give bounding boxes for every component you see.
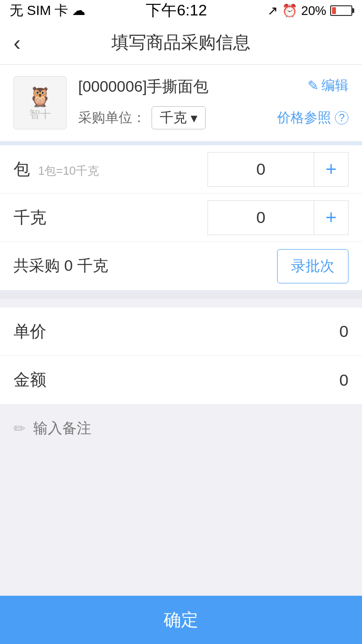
alarm-icon: ⏰ bbox=[282, 3, 297, 18]
product-thumbnail: 🦉 智十 bbox=[14, 76, 67, 129]
bag-label: 包 1包=10千克 bbox=[14, 158, 99, 181]
price-section: 单价 0 金额 0 bbox=[0, 308, 362, 404]
battery-icon bbox=[330, 5, 352, 16]
pencil-icon: ✏ bbox=[14, 420, 26, 437]
price-ref-help-icon: ? bbox=[335, 111, 348, 125]
bag-input-row: 包 1包=10千克 0 + bbox=[0, 145, 362, 194]
product-section-divider bbox=[0, 141, 362, 145]
location-icon: ↗ bbox=[267, 3, 278, 18]
product-name: [0000006]手撕面包 bbox=[78, 76, 209, 98]
bag-quantity-input[interactable]: 0 bbox=[208, 152, 314, 187]
bag-input-right: 0 + bbox=[208, 152, 348, 187]
kg-input-row: 千克 0 + bbox=[0, 194, 362, 242]
page-title: 填写商品采购信息 bbox=[111, 31, 251, 55]
purchase-unit-label: 采购单位： bbox=[78, 109, 146, 127]
confirm-label: 确定 bbox=[164, 608, 198, 632]
unit-price-value: 0 bbox=[339, 322, 348, 341]
status-right: ↗ ⏰ 20% bbox=[267, 3, 352, 18]
back-button[interactable]: ‹ bbox=[14, 31, 21, 55]
bag-plus-button[interactable]: + bbox=[314, 152, 348, 187]
note-section: ✏ bbox=[0, 404, 362, 452]
status-left: 无 SIM 卡 ☁ bbox=[10, 1, 85, 20]
empty-space bbox=[0, 452, 362, 588]
status-time: 下午6:12 bbox=[146, 0, 207, 21]
kg-quantity-input[interactable]: 0 bbox=[208, 200, 314, 235]
kg-plus-button[interactable]: + bbox=[314, 200, 348, 235]
purchase-unit: 采购单位： 千克 ▾ bbox=[78, 106, 206, 129]
sim-status: 无 SIM 卡 ☁ bbox=[10, 1, 85, 20]
unit-price-label: 单价 bbox=[14, 321, 46, 343]
section-divider-1 bbox=[0, 290, 362, 299]
kg-input-right: 0 + bbox=[208, 200, 348, 235]
kg-label: 千克 bbox=[14, 207, 46, 229]
product-card: 🦉 智十 [0000006]手撕面包 ✎ 编辑 采购单位： 千克 bbox=[0, 65, 362, 141]
chevron-down-icon: ▾ bbox=[191, 110, 197, 126]
price-ref-button[interactable]: 价格参照 ? bbox=[277, 109, 348, 127]
status-bar: 无 SIM 卡 ☁ 下午6:12 ↗ ⏰ 20% bbox=[0, 0, 362, 21]
price-ref-label: 价格参照 bbox=[277, 109, 331, 127]
product-logo: 🦉 智十 bbox=[28, 85, 52, 121]
edit-icon: ✎ bbox=[307, 78, 319, 94]
amount-row: 金额 0 bbox=[0, 356, 362, 404]
batch-button[interactable]: 录批次 bbox=[277, 249, 348, 283]
unit-select[interactable]: 千克 ▾ bbox=[152, 106, 206, 129]
bag-sub-label: 1包=10千克 bbox=[38, 164, 99, 177]
battery-percent: 20% bbox=[301, 3, 326, 18]
input-section: 包 1包=10千克 0 + 千克 0 + bbox=[0, 145, 362, 242]
confirm-button[interactable]: 确定 bbox=[0, 596, 362, 644]
unit-value: 千克 bbox=[160, 109, 187, 127]
unit-price-row: 单价 0 bbox=[0, 308, 362, 356]
amount-label: 金额 bbox=[14, 369, 46, 391]
edit-button[interactable]: ✎ 编辑 bbox=[307, 76, 348, 95]
amount-value: 0 bbox=[339, 371, 348, 390]
nav-bar: ‹ 填写商品采购信息 bbox=[0, 21, 362, 65]
summary-text: 共采购 0 千克 bbox=[14, 255, 108, 277]
summary-row: 共采购 0 千克 录批次 bbox=[0, 242, 362, 290]
note-input[interactable] bbox=[33, 420, 348, 436]
product-info: [0000006]手撕面包 ✎ 编辑 采购单位： 千克 ▾ 价格参照 ? bbox=[78, 76, 348, 129]
